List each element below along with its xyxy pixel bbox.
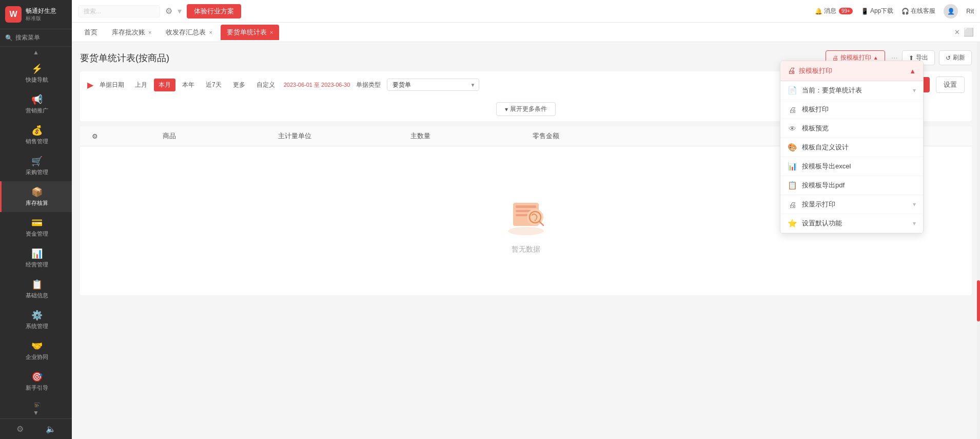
template-print-dropdown: 🖨 按模板打印 ▲ 📄 当前：要货单统计表 ▾ 🖨 模板打印 👁 模板预览 [780,61,924,234]
download-icon: 📱 [861,8,869,15]
topbar: ⚙ ▾ 体验行业方案 🔔 消息 99+ 📱 App下载 🎧 在线客服 👤 Rit [72,0,980,23]
empty-text: 暂无数据 [512,245,540,254]
topbar-avatar[interactable]: 👤 [944,4,958,18]
app-logo-icon: W [5,6,22,23]
dropdown-template-pdf-label: 按模板导出pdf [802,181,845,190]
window-close-icon[interactable]: × [955,28,959,37]
filter-expand-toggle[interactable]: ▶ [87,80,93,90]
current-doc-icon: 📄 [788,86,797,95]
template-pdf-icon: 📋 [788,181,797,190]
tab-receipts[interactable]: 收发存汇总表 × [160,25,218,40]
col-gear[interactable]: ⚙ [87,132,103,140]
sidebar-item-quick-nav[interactable]: ⚡ 快捷导航 [0,58,72,89]
dropdown-default-func[interactable]: ⭐ 设置默认功能 ▾ [780,214,923,233]
sidebar-search[interactable]: 🔍 搜索菜单 [0,29,72,47]
dropdown-display-print[interactable]: 🖨 按显示打印 ▾ [780,195,923,214]
sidebar-item-marketing[interactable]: 📢 营销推广 [0,89,72,120]
date-last7days[interactable]: 近7天 [201,79,226,91]
topbar-online-service[interactable]: 🎧 在线客服 [901,7,935,15]
sidebar-scroll-down[interactable]: ▼ [0,407,72,418]
type-filter-select[interactable]: 要货单 [387,79,479,91]
col-quantity: 主数量 [362,131,479,141]
topbar-username: Rit [966,8,974,15]
date-current-year[interactable]: 本年 [178,79,199,91]
tab-batch[interactable]: 库存批次账 × [106,25,158,40]
template-print-item-icon: 🖨 [788,105,797,114]
topbar-actions: 🔔 消息 99+ 📱 App下载 🎧 在线客服 👤 Rit [815,4,974,18]
expand-more-button[interactable]: ▾ 展开更多条件 [496,102,556,116]
date-filter-group: 上月 本月 本年 近7天 更多 自定义 2023-06-01 至 2023-06… [130,79,350,91]
window-maximize-icon[interactable]: ⬜ [964,27,974,37]
tab-window-controls: × ⬜ [955,27,974,37]
tab-receipts-close[interactable]: × [209,29,212,35]
sidebar-item-apps[interactable]: 📱 应用中心 [0,397,72,407]
dropdown-current-item[interactable]: 📄 当前：要货单统计表 ▾ [780,81,923,100]
sidebar-item-finance[interactable]: 💳 资金管理 [0,212,72,243]
topbar-app-download[interactable]: 📱 App下载 [861,7,893,15]
dropdown-template-excel-label: 按模板导出excel [802,162,851,171]
guide-icon: 🎯 [31,371,43,383]
audio-footer-icon[interactable]: 🔈 [46,424,56,434]
template-excel-icon: 📊 [788,162,797,171]
tab-order-stats-close[interactable]: × [270,29,273,35]
dropdown-item-template-print[interactable]: 🖨 模板打印 [780,100,923,119]
tabs-bar: 首页 库存批次账 × 收发存汇总表 × 要货单统计表 × × ⬜ [72,23,980,42]
sidebar-nav: ⚡ 快捷导航 📢 营销推广 💰 销售管理 🛒 采购管理 📦 库存核算 💳 资金管… [0,58,72,407]
tab-batch-close[interactable]: × [148,29,151,35]
sales-icon: 💰 [31,125,43,136]
sidebar-item-label: 系统管理 [26,322,48,330]
topbar-messages[interactable]: 🔔 消息 99+ [815,7,853,15]
sidebar-item-operations[interactable]: 📊 经营管理 [0,243,72,274]
sidebar-item-enterprise[interactable]: 🤝 企业协同 [0,335,72,366]
sidebar-item-label: 基础信息 [26,292,48,299]
chevron-up-icon: ▲ [873,55,878,61]
dropdown-item-template-excel[interactable]: 📊 按模板导出excel [780,157,923,176]
topbar-search-input[interactable] [78,5,160,17]
trial-button[interactable]: 体验行业方案 [187,4,241,18]
tab-order-stats-label: 要货单统计表 [227,28,267,37]
sidebar-item-label: 营销推广 [26,107,48,114]
sidebar-item-label: 采购管理 [26,168,48,176]
tab-home[interactable]: 首页 [78,25,104,40]
default-func-arrow: ▾ [913,220,916,227]
dropdown-close-arrow[interactable]: ▲ [909,67,916,75]
sidebar-item-purchase[interactable]: 🛒 采购管理 [0,150,72,181]
messages-label: 消息 [824,7,836,15]
tab-receipts-label: 收发存汇总表 [166,28,206,37]
tab-order-stats[interactable]: 要货单统计表 × [221,25,279,40]
date-current-month[interactable]: 本月 [154,79,175,91]
dropdown-template-preview-label: 模板预览 [802,124,829,133]
quick-nav-icon: ⚡ [31,63,43,74]
sidebar-scroll-up[interactable]: ▲ [0,47,72,58]
date-prev-month[interactable]: 上月 [130,79,152,91]
date-custom[interactable]: 自定义 [252,79,280,91]
dropdown-item-template-preview[interactable]: 👁 模板预览 [780,119,923,138]
date-filter-label: 单据日期 [100,81,124,89]
right-scrollbar[interactable] [977,42,980,439]
marketing-icon: 📢 [31,94,43,105]
date-more[interactable]: 更多 [228,79,250,91]
settings-footer-icon[interactable]: ⚙ [16,424,24,434]
tab-batch-label: 库存批次账 [112,28,145,37]
template-preview-icon: 👁 [788,124,797,133]
refresh-label: 刷新 [953,53,965,62]
app-name: 畅通好生意 [26,7,56,15]
dropdown-item-template-custom[interactable]: 🎨 模板自定义设计 [780,138,923,157]
bell-icon: 🔔 [815,8,822,15]
settings-button[interactable]: 设置 [936,77,965,93]
sidebar-item-system[interactable]: ⚙️ 系统管理 [0,304,72,335]
expand-more-label: 展开更多条件 [510,105,547,113]
filter-arrow-icon: ▶ [87,80,93,90]
sidebar-item-sales[interactable]: 💰 销售管理 [0,120,72,150]
col-retail: 零售金额 [487,131,605,141]
sidebar-item-guide[interactable]: 🎯 新手引导 [0,366,72,397]
dropdown-item-template-pdf[interactable]: 📋 按模板导出pdf [780,176,923,195]
sidebar-item-basics[interactable]: 📋 基础信息 [0,274,72,304]
refresh-button[interactable]: ↺ 刷新 [939,50,972,65]
topbar-gear-icon[interactable]: ⚙ [165,6,172,16]
dropdown-template-print-label: 模板打印 [802,105,829,114]
app-download-label: App下载 [870,7,893,15]
sidebar-item-inventory[interactable]: 📦 库存核算 [0,181,72,212]
expand-chevron-icon: ▾ [505,106,508,113]
sidebar-item-label: 经营管理 [26,261,48,269]
